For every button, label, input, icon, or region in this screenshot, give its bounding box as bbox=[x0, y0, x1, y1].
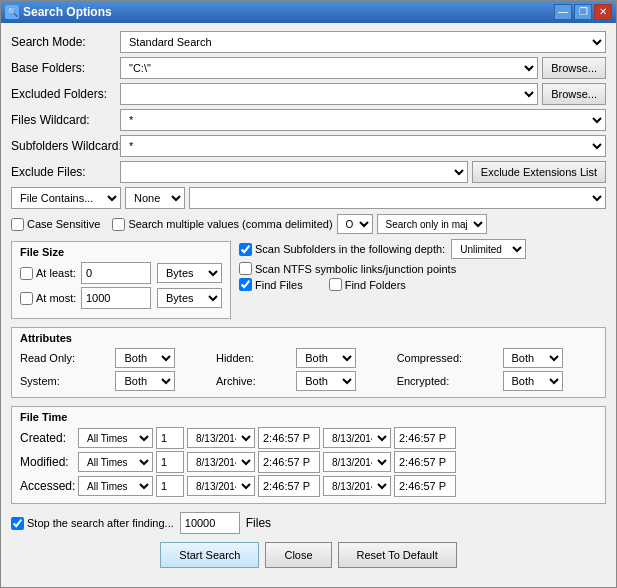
created-date1-select[interactable]: 8/13/2014 bbox=[187, 428, 255, 448]
modified-time2-input[interactable] bbox=[394, 451, 456, 473]
base-folders-select[interactable]: "C:\" bbox=[120, 57, 538, 79]
case-sensitive-checkbox-label[interactable]: Case Sensitive bbox=[11, 218, 100, 231]
excluded-folders-row: Excluded Folders: Browse... bbox=[11, 83, 606, 105]
title-bar-buttons: — ❐ ✕ bbox=[554, 4, 612, 20]
excluded-folders-browse-button[interactable]: Browse... bbox=[542, 83, 606, 105]
search-mode-row: Search Mode: Standard Search bbox=[11, 31, 606, 53]
at-most-row: At most: Bytes bbox=[20, 287, 222, 309]
at-least-checkbox-label[interactable]: At least: bbox=[20, 267, 75, 280]
accessed-row: Accessed: All Times 8/13/2014 8/13/2014 bbox=[20, 475, 597, 497]
search-multiple-checkbox[interactable] bbox=[112, 218, 125, 231]
search-multiple-checkbox-label[interactable]: Search multiple values (comma delimited) bbox=[112, 218, 332, 231]
scan-ntfs-label[interactable]: Scan NTFS symbolic links/junction points bbox=[239, 262, 456, 275]
hidden-select[interactable]: Both bbox=[296, 348, 356, 368]
scan-depth-select[interactable]: Unlimited bbox=[451, 239, 526, 259]
subfolders-wildcard-select[interactable]: * bbox=[120, 135, 606, 157]
stop-value-input[interactable] bbox=[180, 512, 240, 534]
archive-select[interactable]: Both bbox=[296, 371, 356, 391]
case-sensitive-row: Case Sensitive Search multiple values (c… bbox=[11, 213, 606, 235]
find-folders-label[interactable]: Find Folders bbox=[329, 278, 406, 291]
exclude-files-select[interactable] bbox=[120, 161, 468, 183]
start-search-button[interactable]: Start Search bbox=[160, 542, 259, 568]
at-least-unit-select[interactable]: Bytes bbox=[157, 263, 222, 283]
scan-subfolders-checkbox[interactable] bbox=[239, 243, 252, 256]
file-contains-value-select[interactable] bbox=[189, 187, 606, 209]
file-size-section: File Size At least: Bytes At most: bbox=[11, 241, 231, 319]
file-contains-row: File Contains... None bbox=[11, 187, 606, 209]
file-contains-none-select[interactable]: None bbox=[125, 187, 185, 209]
exclude-files-row: Exclude Files: Exclude Extensions List bbox=[11, 161, 606, 183]
excluded-folders-label: Excluded Folders: bbox=[11, 87, 116, 101]
modified-type-select[interactable]: All Times bbox=[78, 452, 153, 472]
system-select[interactable]: Both bbox=[115, 371, 175, 391]
base-folders-browse-button[interactable]: Browse... bbox=[542, 57, 606, 79]
accessed-date2-select[interactable]: 8/13/2014 bbox=[323, 476, 391, 496]
attributes-title: Attributes bbox=[20, 332, 597, 344]
title-bar: 🔍 Search Options — ❐ ✕ bbox=[1, 1, 616, 23]
hidden-label: Hidden: bbox=[216, 352, 290, 364]
accessed-time2-input[interactable] bbox=[394, 475, 456, 497]
at-least-checkbox[interactable] bbox=[20, 267, 33, 280]
archive-label: Archive: bbox=[216, 375, 290, 387]
read-only-select[interactable]: Both bbox=[115, 348, 175, 368]
modified-label: Modified: bbox=[20, 455, 75, 469]
accessed-num-input[interactable] bbox=[156, 475, 184, 497]
modified-time1-input[interactable] bbox=[258, 451, 320, 473]
subfolders-wildcard-row: Subfolders Wildcard: * bbox=[11, 135, 606, 157]
compressed-select[interactable]: Both bbox=[503, 348, 563, 368]
close-button[interactable]: Close bbox=[265, 542, 331, 568]
accessed-time1-input[interactable] bbox=[258, 475, 320, 497]
window-icon: 🔍 bbox=[5, 5, 19, 19]
restore-button[interactable]: ❐ bbox=[574, 4, 592, 20]
reset-button[interactable]: Reset To Default bbox=[338, 542, 457, 568]
case-sensitive-checkbox[interactable] bbox=[11, 218, 24, 231]
find-files-label[interactable]: Find Files bbox=[239, 278, 303, 291]
scan-subfolders-label[interactable]: Scan Subfolders in the following depth: bbox=[239, 243, 445, 256]
at-most-unit-select[interactable]: Bytes bbox=[157, 288, 222, 308]
created-time2-input[interactable] bbox=[394, 427, 456, 449]
attributes-section: Attributes Read Only: Both Hidden: Both … bbox=[11, 327, 606, 398]
encrypted-select[interactable]: Both bbox=[503, 371, 563, 391]
modified-num-input[interactable] bbox=[156, 451, 184, 473]
at-most-checkbox-label[interactable]: At most: bbox=[20, 292, 75, 305]
accessed-type-select[interactable]: All Times bbox=[78, 476, 153, 496]
files-wildcard-row: Files Wildcard: * bbox=[11, 109, 606, 131]
main-window: 🔍 Search Options — ❐ ✕ Search Mode: Stan… bbox=[0, 0, 617, 588]
files-wildcard-select[interactable]: * bbox=[120, 109, 606, 131]
find-folders-checkbox[interactable] bbox=[329, 278, 342, 291]
subfolders-wildcard-label: Subfolders Wildcard: bbox=[11, 139, 116, 153]
find-files-checkbox[interactable] bbox=[239, 278, 252, 291]
accessed-date1-select[interactable]: 8/13/2014 bbox=[187, 476, 255, 496]
created-date2-select[interactable]: 8/13/2014 bbox=[323, 428, 391, 448]
accessed-label: Accessed: bbox=[20, 479, 75, 493]
minimize-button[interactable]: — bbox=[554, 4, 572, 20]
scan-options-area: Scan Subfolders in the following depth: … bbox=[239, 239, 606, 291]
window-title: Search Options bbox=[23, 5, 554, 19]
at-most-input[interactable] bbox=[81, 287, 151, 309]
search-mode-select[interactable]: Standard Search bbox=[120, 31, 606, 53]
created-type-select[interactable]: All Times bbox=[78, 428, 153, 448]
excluded-folders-select[interactable] bbox=[120, 83, 538, 105]
file-size-scan-row: File Size At least: Bytes At most: bbox=[11, 239, 606, 321]
compressed-label: Compressed: bbox=[397, 352, 497, 364]
created-time1-input[interactable] bbox=[258, 427, 320, 449]
stop-after-checkbox[interactable] bbox=[11, 517, 24, 530]
encrypted-label: Encrypted: bbox=[397, 375, 497, 387]
find-files-folders-row: Find Files Find Folders bbox=[239, 278, 606, 291]
read-only-label: Read Only: bbox=[20, 352, 109, 364]
created-num-input[interactable] bbox=[156, 427, 184, 449]
file-time-title: File Time bbox=[20, 411, 597, 423]
files-wildcard-label: Files Wildcard: bbox=[11, 113, 116, 127]
stop-after-label[interactable]: Stop the search after finding... bbox=[11, 517, 174, 530]
at-least-input[interactable] bbox=[81, 262, 151, 284]
search-only-select[interactable]: Search only in major stre... bbox=[377, 214, 487, 234]
search-mode-label: Search Mode: bbox=[11, 35, 116, 49]
or-select[interactable]: Or bbox=[337, 214, 373, 234]
at-most-checkbox[interactable] bbox=[20, 292, 33, 305]
close-window-button[interactable]: ✕ bbox=[594, 4, 612, 20]
modified-date1-select[interactable]: 8/13/2014 bbox=[187, 452, 255, 472]
exclude-extensions-button[interactable]: Exclude Extensions List bbox=[472, 161, 606, 183]
scan-ntfs-checkbox[interactable] bbox=[239, 262, 252, 275]
modified-date2-select[interactable]: 8/13/2014 bbox=[323, 452, 391, 472]
file-contains-type-select[interactable]: File Contains... bbox=[11, 187, 121, 209]
